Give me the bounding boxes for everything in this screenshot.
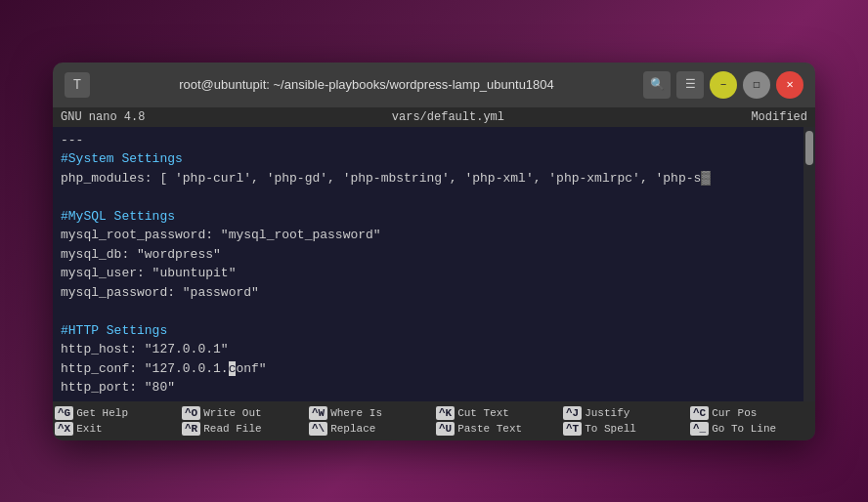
nano-status: Modified [751,110,807,124]
key-read-file: ^R [182,422,200,436]
terminal-icon: T [65,72,90,98]
label-write-out: Write Out [203,407,261,419]
label-exit: Exit [76,423,102,435]
scroll-thumb[interactable] [805,131,813,165]
title-bar: T root@ubuntupit: ~/ansible-playbooks/wo… [53,63,815,107]
label-where-is: Where Is [330,407,382,419]
line-mysql-root-password: mysql_root_password: "mysql_root_passwor… [61,226,796,245]
line-dashes: --- [61,131,796,150]
nano-header: GNU nano 4.8 vars/default.yml Modified [53,107,815,127]
shortcut-row-1: ^G Get Help ^O Write Out ^W Where Is ^K … [53,405,815,421]
key-where-is: ^W [309,406,327,420]
shortcut-write-out[interactable]: ^O Write Out [180,405,307,421]
shortcut-get-help[interactable]: ^G Get Help [53,405,180,421]
shortcut-row-2: ^X Exit ^R Read File ^\ Replace ^U Paste… [53,421,815,437]
line-http-comment: #HTTP Settings [61,321,796,341]
window-title: root@ubuntupit: ~/ansible-playbooks/word… [98,77,635,92]
key-cur-pos: ^C [690,406,709,420]
line-http-conf: http_conf: "127.0.0.1.conf" [61,359,796,379]
scrollbar[interactable] [803,127,815,401]
minimize-button[interactable]: – [710,71,737,99]
shortcut-to-spell[interactable]: ^T To Spell [561,421,688,437]
label-justify: Justify [585,407,629,419]
key-get-help: ^G [55,406,73,420]
shortcut-cut-text[interactable]: ^K Cut Text [434,405,561,421]
line-http-port: http_port: "80" [61,378,796,397]
search-button[interactable]: 🔍 [643,71,671,99]
label-cur-pos: Cur Pos [712,407,757,419]
window-controls: 🔍 ☰ – ◻ ✕ [643,71,803,99]
key-write-out: ^O [182,406,200,420]
menu-button[interactable]: ☰ [676,71,704,99]
label-go-to-line: Go To Line [712,423,776,435]
line-http-host: http_host: "127.0.0.1" [61,340,796,359]
editor-wrapper: --- #System Settings php_modules: [ 'php… [53,127,815,401]
shortcut-where-is[interactable]: ^W Where Is [307,405,434,421]
line-system-comment: #System Settings [61,149,796,169]
shortcut-paste-text[interactable]: ^U Paste Text [434,421,561,437]
terminal-window: T root@ubuntupit: ~/ansible-playbooks/wo… [53,63,815,440]
label-paste-text: Paste Text [457,423,522,435]
key-exit: ^X [55,422,73,436]
line-mysql-password: mysql_password: "password" [61,283,796,303]
shortcut-exit[interactable]: ^X Exit [53,421,180,437]
key-cut-text: ^K [436,406,455,420]
nano-filename: vars/default.yml [392,110,504,124]
shortcut-go-to-line[interactable]: ^_ Go To Line [688,421,815,437]
label-cut-text: Cut Text [457,407,509,419]
key-to-spell: ^T [563,422,582,436]
label-read-file: Read File [203,423,261,435]
line-empty-2 [61,302,796,321]
nano-app-name: GNU nano 4.8 [61,110,145,124]
nano-footer: ^G Get Help ^O Write Out ^W Where Is ^K … [53,401,815,440]
shortcut-read-file[interactable]: ^R Read File [180,421,307,437]
line-mysql-db: mysql_db: "wordpress" [61,245,796,265]
close-button[interactable]: ✕ [776,71,803,99]
key-go-to-line: ^_ [690,422,709,436]
shortcut-justify[interactable]: ^J Justify [561,405,688,421]
key-justify: ^J [563,406,582,420]
line-mysql-comment: #MySQL Settings [61,207,796,227]
line-php-modules: php_modules: [ 'php-curl', 'php-gd', 'ph… [61,169,796,188]
label-to-spell: To Spell [585,423,636,435]
shortcut-replace[interactable]: ^\ Replace [307,421,434,437]
editor-content[interactable]: --- #System Settings php_modules: [ 'php… [53,127,803,401]
line-mysql-user: mysql_user: "ubuntupit" [61,264,796,283]
shortcut-cur-pos[interactable]: ^C Cur Pos [688,405,815,421]
line-empty-1 [61,188,796,207]
label-replace: Replace [330,423,375,435]
maximize-button[interactable]: ◻ [743,71,770,99]
key-replace: ^\ [309,422,327,436]
key-paste-text: ^U [436,422,455,436]
label-get-help: Get Help [76,407,128,419]
